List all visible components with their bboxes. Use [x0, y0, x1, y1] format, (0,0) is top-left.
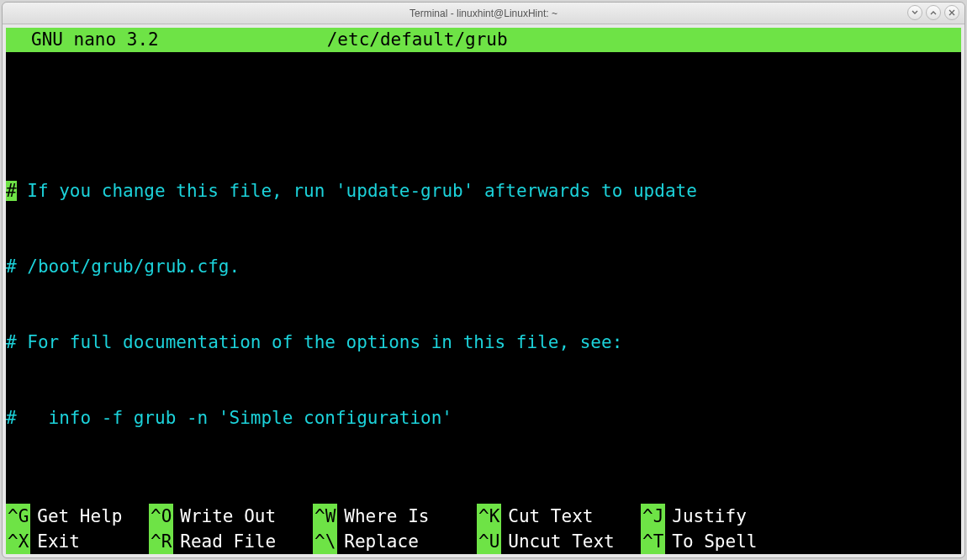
editor-line: # /boot/grub/grub.cfg.: [6, 254, 961, 279]
nano-filename: /etc/default/grub: [159, 28, 961, 52]
minimize-button[interactable]: [907, 5, 922, 20]
close-button[interactable]: [944, 5, 959, 20]
window-title: Terminal - linuxhint@LinuxHint: ~: [410, 8, 557, 19]
footer-row: ^GGet Help ^OWrite Out ^WWhere Is ^KCut …: [6, 504, 961, 529]
shortcut-writeout[interactable]: ^OWrite Out: [149, 504, 313, 529]
footer-row: ^XExit ^RRead File ^\Replace ^UUncut Tex…: [6, 529, 961, 554]
editor-line: [6, 481, 961, 506]
titlebar[interactable]: Terminal - linuxhint@LinuxHint: ~: [3, 3, 964, 24]
window-frame: Terminal - linuxhint@LinuxHint: ~ GNU na…: [2, 2, 965, 558]
shortcut-replace[interactable]: ^\Replace: [313, 529, 477, 554]
shortcut-uncut[interactable]: ^UUncut Text: [477, 529, 641, 554]
editor-line: # If you change this file, run 'update-g…: [6, 178, 961, 203]
shortcut-whereis[interactable]: ^WWhere Is: [313, 504, 477, 529]
nano-header: GNU nano 3.2 /etc/default/grub: [6, 28, 961, 52]
editor-line: [6, 103, 961, 128]
shortcut-readfile[interactable]: ^RRead File: [149, 529, 313, 554]
editor-line: # info -f grub -n 'Simple configuration': [6, 405, 961, 431]
nano-version: GNU nano 3.2: [31, 28, 159, 52]
shortcut-justify[interactable]: ^JJustify: [641, 504, 792, 529]
maximize-button[interactable]: [926, 5, 941, 20]
editor-content[interactable]: # If you change this file, run 'update-g…: [6, 52, 961, 554]
cursor: #: [6, 181, 17, 201]
shortcut-cut[interactable]: ^KCut Text: [477, 504, 641, 529]
shortcut-exit[interactable]: ^XExit: [6, 529, 149, 554]
editor-line: # For full documentation of the options …: [6, 330, 961, 355]
shortcut-help[interactable]: ^GGet Help: [6, 504, 149, 529]
shortcut-tospell[interactable]: ^TTo Spell: [641, 529, 792, 554]
terminal[interactable]: GNU nano 3.2 /etc/default/grub # If you …: [6, 28, 961, 554]
nano-footer: ^GGet Help ^OWrite Out ^WWhere Is ^KCut …: [6, 504, 961, 554]
window-controls: [907, 5, 959, 20]
